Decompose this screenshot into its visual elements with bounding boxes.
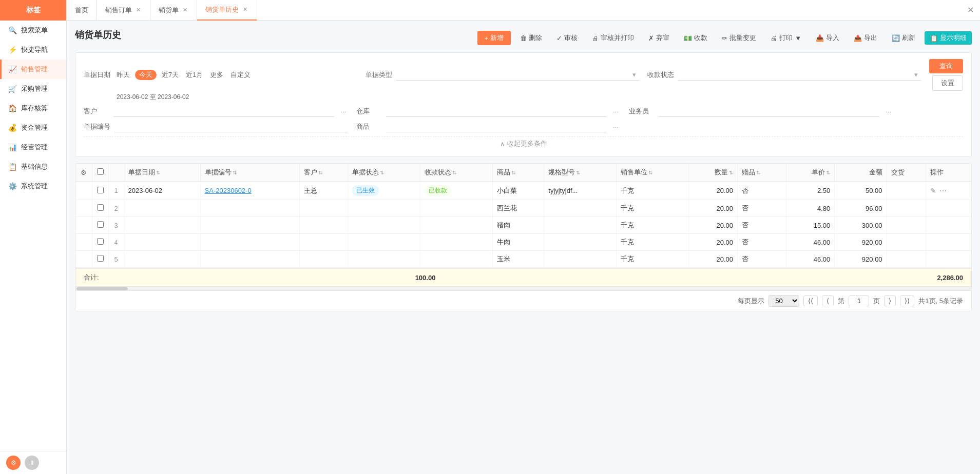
- audit-print-button[interactable]: 🖨 审核并打印: [587, 31, 639, 45]
- doc-no-link[interactable]: SA-20230602-0: [205, 187, 252, 194]
- tab-sales-order[interactable]: 销售订单 ✕: [97, 0, 150, 21]
- col-settings[interactable]: ⚙: [75, 164, 92, 182]
- date-shortcut-today[interactable]: 今天: [135, 70, 157, 80]
- col-price[interactable]: 单价⇅: [786, 164, 835, 182]
- date-shortcut-more[interactable]: 更多: [208, 70, 225, 80]
- add-button[interactable]: + 新增: [477, 31, 511, 45]
- tab-sales-delivery[interactable]: 销货单 ✕: [150, 0, 197, 21]
- col-spec[interactable]: 规格型号⇅: [544, 164, 617, 182]
- date-shortcut-yesterday[interactable]: 昨天: [114, 70, 132, 80]
- date-sort-icon: ⇅: [156, 170, 160, 175]
- delete-button[interactable]: 🗑 删除: [515, 31, 547, 45]
- tab-close-sales-history[interactable]: ✕: [242, 5, 248, 14]
- col-checkbox[interactable]: [92, 164, 108, 182]
- date-shortcut-last7days[interactable]: 近7天: [160, 70, 181, 80]
- customer-input[interactable]: [113, 106, 334, 117]
- collapse-filter-btn[interactable]: ∧ 收起更多条件: [84, 136, 963, 150]
- sidebar-settings-btn[interactable]: ⚙: [6, 456, 21, 470]
- col-date[interactable]: 单据日期⇅: [124, 164, 200, 182]
- goods-input[interactable]: [386, 121, 607, 132]
- close-all-tabs-btn[interactable]: ✕: [961, 5, 980, 15]
- per-page-select[interactable]: 50 100 200: [768, 295, 799, 307]
- tab-close-sales-delivery[interactable]: ✕: [182, 6, 188, 14]
- customer-picker-btn[interactable]: ···: [338, 108, 348, 115]
- show-detail-button[interactable]: 📋 显示明细: [925, 31, 972, 45]
- col-collect-status[interactable]: 收款状态⇅: [420, 164, 493, 182]
- cell-docno[interactable]: [200, 234, 299, 251]
- edit-icon[interactable]: ✎: [930, 187, 936, 195]
- cell-docno[interactable]: [200, 217, 299, 234]
- salesperson-picker-btn[interactable]: ···: [883, 108, 893, 115]
- more-icon[interactable]: ⋯: [939, 187, 947, 195]
- row-checkbox-cell[interactable]: [92, 234, 108, 251]
- abandon-button[interactable]: ✗ 弃审: [643, 31, 675, 45]
- cell-price: 15.00: [786, 217, 835, 234]
- print-button[interactable]: 🖨 打印 ▼: [765, 31, 806, 45]
- collect-status-sort-icon: ⇅: [452, 170, 456, 175]
- sidebar-item-basic-info[interactable]: 📋 基础信息: [0, 157, 66, 176]
- tab-home[interactable]: 首页: [67, 0, 97, 21]
- collect-button[interactable]: 💵 收款: [679, 31, 713, 45]
- doc-type-select[interactable]: ▾: [396, 69, 639, 81]
- last-page-btn[interactable]: ⟩⟩: [900, 295, 914, 306]
- audit-button[interactable]: ✓ 审核: [551, 31, 583, 45]
- sidebar-item-inventory[interactable]: 🏠 库存核算: [0, 98, 66, 118]
- sidebar-item-purchase-mgmt[interactable]: 🛒 采购管理: [0, 79, 66, 98]
- export-icon: 📤: [854, 34, 862, 42]
- row-checkbox[interactable]: [97, 187, 104, 193]
- cell-collect-status: [420, 217, 493, 234]
- row-checkbox[interactable]: [97, 221, 104, 228]
- warehouse-label: 仓库: [356, 107, 382, 116]
- first-page-btn[interactable]: ⟨⟨: [803, 295, 818, 306]
- date-shortcut-last1month[interactable]: 近1月: [184, 70, 205, 80]
- finance-icon: 💰: [8, 123, 17, 132]
- col-customer[interactable]: 客户⇅: [299, 164, 348, 182]
- warehouse-picker-btn[interactable]: ···: [611, 108, 621, 115]
- sidebar-item-operations[interactable]: 📊 经营管理: [0, 137, 66, 157]
- page-input[interactable]: [849, 295, 869, 306]
- col-goods[interactable]: 商品⇅: [493, 164, 544, 182]
- query-button[interactable]: 查询: [929, 59, 963, 73]
- main-area: 首页 销售订单 ✕ 销货单 ✕ 销货单历史 ✕ ✕ 销货单历史 + 新增: [67, 0, 980, 474]
- salesperson-input[interactable]: [659, 106, 879, 117]
- refresh-button[interactable]: 🔄 刷新: [887, 31, 920, 45]
- sidebar-item-finance[interactable]: 💰 资金管理: [0, 118, 66, 137]
- select-all-checkbox[interactable]: [97, 168, 104, 175]
- batch-change-button[interactable]: ✏ 批量变更: [717, 31, 761, 45]
- next-page-btn[interactable]: ⟩: [884, 295, 896, 306]
- col-unit[interactable]: 销售单位⇅: [617, 164, 689, 182]
- col-gift[interactable]: 赠品⇅: [737, 164, 786, 182]
- row-checkbox-cell[interactable]: [92, 200, 108, 217]
- export-button[interactable]: 📤 导出: [849, 31, 882, 45]
- docno-input[interactable]: [114, 121, 348, 132]
- sidebar-collapse-btn[interactable]: ⏸: [25, 456, 39, 470]
- sidebar-item-sys-mgmt[interactable]: ⚙️ 系统管理: [0, 176, 66, 196]
- sidebar-item-sales-mgmt[interactable]: 📈 销售管理: [0, 60, 66, 79]
- sidebar-item-search-menu[interactable]: 🔍 搜索菜单: [0, 21, 66, 40]
- cell-docno[interactable]: SA-20230602-0: [200, 182, 299, 200]
- cell-docno[interactable]: [200, 200, 299, 217]
- filter-settings-button[interactable]: 设置: [932, 75, 963, 91]
- row-checkbox-cell[interactable]: [92, 182, 108, 200]
- scrollbar-thumb[interactable]: [76, 287, 128, 290]
- collect-status-select[interactable]: ▾: [678, 69, 921, 81]
- goods-picker-btn[interactable]: ···: [611, 123, 621, 131]
- customer-sort-icon: ⇅: [318, 170, 322, 175]
- warehouse-input[interactable]: [386, 106, 607, 117]
- horizontal-scrollbar[interactable]: [75, 286, 971, 290]
- cell-docno[interactable]: [200, 251, 299, 268]
- col-qty[interactable]: 数量⇅: [689, 164, 738, 182]
- prev-page-btn[interactable]: ⟨: [822, 295, 834, 306]
- date-shortcut-custom[interactable]: 自定义: [228, 70, 253, 80]
- tab-close-sales-order[interactable]: ✕: [135, 6, 142, 14]
- col-docno[interactable]: 单据编号⇅: [200, 164, 299, 182]
- tab-sales-history[interactable]: 销货单历史 ✕: [197, 0, 257, 21]
- row-checkbox[interactable]: [97, 204, 104, 211]
- row-checkbox[interactable]: [97, 238, 104, 245]
- col-doc-status[interactable]: 单据状态⇅: [348, 164, 420, 182]
- row-checkbox-cell[interactable]: [92, 251, 108, 268]
- import-button[interactable]: 📥 导入: [811, 31, 844, 45]
- row-checkbox-cell[interactable]: [92, 217, 108, 234]
- row-checkbox[interactable]: [97, 255, 104, 262]
- sidebar-item-quick-nav[interactable]: ⚡ 快捷导航: [0, 40, 66, 60]
